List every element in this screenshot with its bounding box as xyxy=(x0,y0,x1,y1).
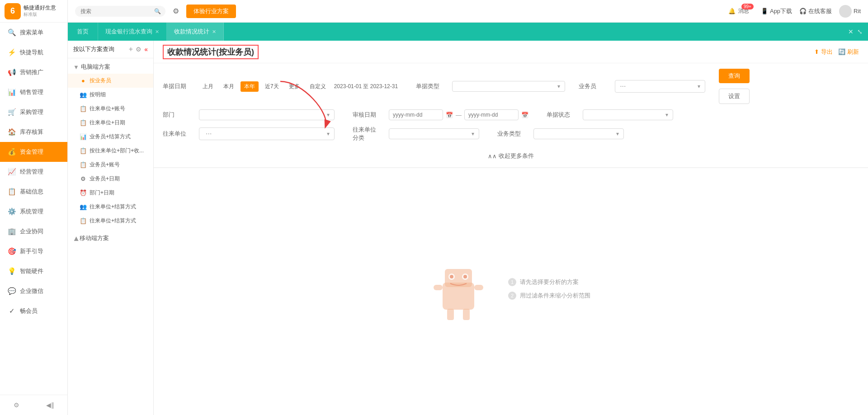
sidebar-label-wechat: 企业微信 xyxy=(20,287,43,295)
trial-btn[interactable]: 体验行业方案 xyxy=(186,5,236,18)
sidebar-label-sales: 销售管理 xyxy=(20,88,43,96)
sidebar-label-quicknav: 快捷导航 xyxy=(20,48,43,57)
desktop-group-header[interactable]: ▼ 电脑端方案 xyxy=(68,60,153,74)
user-area[interactable]: Rit xyxy=(839,5,861,18)
left-panel-title: 按以下方案查询 xyxy=(73,45,114,53)
headset-icon: 🎧 xyxy=(799,8,807,14)
mobile-group-expand-arrow: ▶ xyxy=(72,236,79,241)
scheme-icon-sp-settle: 📊 xyxy=(80,133,87,141)
query-btn[interactable]: 查询 xyxy=(719,69,750,83)
sidebar-label-finance: 资金管理 xyxy=(20,148,43,156)
svg-point-6 xyxy=(463,275,467,278)
scheme-item-unit-date[interactable]: 📋 往来单位+日期 xyxy=(68,116,153,130)
bottom-settings-btn[interactable]: ⚙ xyxy=(10,400,23,410)
scheme-item-unit-settle2[interactable]: 📋 往来单位+结算方式 xyxy=(68,214,153,228)
custom-btn[interactable]: 自定义 xyxy=(306,81,330,92)
add-scheme-btn[interactable]: + xyxy=(129,45,133,53)
this-year-btn[interactable]: 本年 xyxy=(241,81,259,92)
bottom-collapse-btn[interactable]: ◀‖ xyxy=(42,400,58,410)
scheme-settings-icon[interactable]: ⚙ xyxy=(136,46,142,53)
scheme-item-by-salesperson[interactable]: ● 按业务员 xyxy=(68,74,153,88)
sidebar-item-operations[interactable]: 📈 经营管理 xyxy=(0,162,67,182)
partner-select[interactable]: ··· ▾ xyxy=(199,127,335,140)
date-preset-group: 上月 本月 本年 近7天 更多 自定义 2023-01-01 至 2023-12… xyxy=(199,81,398,92)
sidebar-item-wechat[interactable]: 💬 企业微信 xyxy=(0,281,67,301)
this-month-btn[interactable]: 本月 xyxy=(220,81,238,92)
page-header: 收款情况统计(按业务员) ⬆ 导出 🔄 刷新 xyxy=(154,41,868,63)
sidebar-item-purchase[interactable]: 🛒 采购管理 xyxy=(0,102,67,122)
app-download-btn[interactable]: 📱 App下载 xyxy=(761,7,792,15)
cart-icon: 🛒 xyxy=(7,108,16,117)
last-month-btn[interactable]: 上月 xyxy=(199,81,217,92)
scheme-item-salesperson-settle[interactable]: 📊 业务员+结算方式 xyxy=(68,130,153,144)
mobile-group-header[interactable]: ▶ 移动端方案 xyxy=(68,231,153,245)
collapse-panel-icon[interactable]: « xyxy=(144,46,148,53)
scheme-item-by-detail[interactable]: 👥 按明细 xyxy=(68,88,153,102)
sidebar-item-hardware[interactable]: 💡 智能硬件 xyxy=(0,261,67,281)
search-input[interactable] xyxy=(75,6,165,17)
sidebar-item-enterprise[interactable]: 🏢 企业协同 xyxy=(0,222,67,241)
date-label: 单据日期 xyxy=(163,82,190,90)
last7-btn[interactable]: 近7天 xyxy=(261,81,283,92)
scheme-item-salesperson-date[interactable]: ⚙ 业务员+日期 xyxy=(68,172,153,186)
tab-bar: 首页 现金银行流水查询 ✕ 收款情况统计 ✕ ✕ ⤡ xyxy=(68,23,868,41)
export-btn[interactable]: ⬆ 导出 xyxy=(814,48,833,56)
tab-bank-close-icon[interactable]: ✕ xyxy=(155,29,159,35)
topbar-settings-icon[interactable]: ⚙ xyxy=(173,7,179,15)
online-service-btn[interactable]: 🎧 在线客服 xyxy=(799,7,832,15)
collapse-btn[interactable]: ∧∧ 收起更多条件 xyxy=(488,152,534,160)
partner-category-select[interactable]: ▾ xyxy=(389,128,479,139)
tab-bank[interactable]: 现金银行流水查询 ✕ xyxy=(98,23,167,41)
window-maximize-btn[interactable]: ⤡ xyxy=(857,28,863,35)
filter-area-wrapper: 单据日期 上月 本月 本年 近7天 更多 自定义 2023-01-01 至 20… xyxy=(154,63,868,168)
sidebar-item-guide[interactable]: 🎯 新手引导 xyxy=(0,241,67,261)
notification-btn[interactable]: 🔔 消息 99+ xyxy=(728,7,749,15)
target-icon: 🎯 xyxy=(7,247,16,256)
salesperson-select[interactable]: ··· ▾ xyxy=(615,80,705,93)
scheme-item-salesperson-account[interactable]: 📋 业务员+账号 xyxy=(68,158,153,172)
scheme-item-unit-account[interactable]: 📋 往来单位+账号 xyxy=(68,102,153,116)
sidebar-item-search[interactable]: 🔍 搜索菜单 xyxy=(0,23,67,42)
refresh-icon: 🔄 xyxy=(838,48,845,55)
scheme-item-unit-settle1[interactable]: 👥 往来单位+结算方式 xyxy=(68,200,153,214)
sidebar-item-sales[interactable]: 📊 销售管理 xyxy=(0,82,67,102)
list-icon: 📋 xyxy=(7,187,16,196)
megaphone-icon: 📢 xyxy=(7,68,16,77)
desktop-scheme-group: ▼ 电脑端方案 ● 按业务员 👥 按明细 📋 往来单位+账号 📋 往来 xyxy=(68,58,153,230)
scheme-item-unit-dept-collect[interactable]: 📋 按往来单位+部门+收... xyxy=(68,144,153,158)
sidebar-item-system[interactable]: ⚙️ 系统管理 xyxy=(0,202,67,222)
collapse-up-icon: ∧∧ xyxy=(488,153,497,160)
scheme-icon-unit-settle2: 📋 xyxy=(80,217,87,225)
tab-collection-close-icon[interactable]: ✕ xyxy=(212,29,216,35)
refresh-btn[interactable]: 🔄 刷新 xyxy=(838,48,859,56)
step-num-2: 2 xyxy=(508,292,516,300)
empty-state-area: 1 请先选择要分析的方案 2 用过滤条件来缩小分析范围 xyxy=(154,168,868,415)
biz-type-select[interactable]: ▾ xyxy=(533,128,624,139)
sidebar-item-finance[interactable]: 💰 资金管理 xyxy=(0,142,67,162)
calendar-to-icon[interactable]: 📅 xyxy=(521,112,528,118)
scheme-label-unit-account: 往来单位+账号 xyxy=(90,105,125,113)
tab-collection[interactable]: 收款情况统计 ✕ xyxy=(167,23,224,41)
calendar-from-icon[interactable]: 📅 xyxy=(446,112,453,118)
more-btn[interactable]: 更多 xyxy=(285,81,303,92)
sidebar-label-operations: 经营管理 xyxy=(20,168,43,176)
sidebar-item-member[interactable]: ✓ 畅会员 xyxy=(0,301,67,321)
sidebar-item-inventory[interactable]: 🏠 库存核算 xyxy=(0,122,67,142)
audit-date-from-input[interactable] xyxy=(389,109,443,120)
sidebar-item-marketing[interactable]: 📢 营销推广 xyxy=(0,62,67,82)
bulb-icon: 💡 xyxy=(7,267,16,276)
dept-select[interactable]: ▾ xyxy=(199,109,335,120)
logo-area: 6 畅捷通好生意 标准版 xyxy=(0,0,67,23)
audit-date-to-input[interactable] xyxy=(464,109,519,120)
window-close-btn[interactable]: ✕ xyxy=(848,28,854,35)
doc-type-label: 单据类型 xyxy=(416,82,443,90)
tab-home[interactable]: 首页 xyxy=(68,23,98,41)
doc-status-select[interactable]: ▾ xyxy=(583,109,673,120)
sidebar-item-basic[interactable]: 📋 基础信息 xyxy=(0,182,67,202)
scheme-item-dept-date[interactable]: ⏰ 部门+日期 xyxy=(68,186,153,200)
export-icon: ⬆ xyxy=(814,48,819,55)
scheme-icon-detail: 👥 xyxy=(80,91,87,99)
settings-btn[interactable]: 设置 xyxy=(719,89,750,104)
sidebar-item-quicknav[interactable]: ⚡ 快捷导航 xyxy=(0,42,67,62)
doc-type-select[interactable]: ▾ xyxy=(452,81,565,92)
